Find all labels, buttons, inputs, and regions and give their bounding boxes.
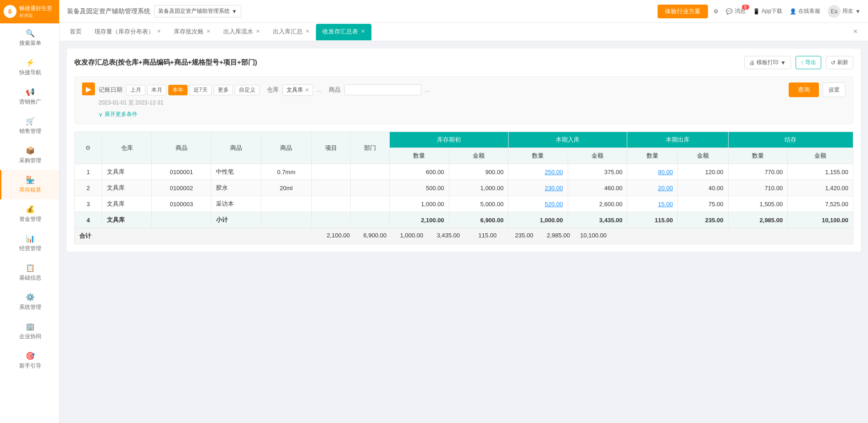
table-cell-warehouse: 文具库 [102, 180, 152, 196]
tab-close-icon[interactable]: ✕ [256, 28, 260, 34]
date-btn-custom[interactable]: 自定义 [235, 85, 260, 95]
refresh-button[interactable]: ↺ 刷新 [826, 56, 853, 69]
table-cell-code [152, 212, 211, 228]
table-footer: 合计 2,100.00 6,900.00 1,000.00 3,435.00 1… [74, 228, 853, 244]
table-cell-dept [350, 212, 389, 228]
date-btn-this-month[interactable]: 本月 [147, 85, 166, 95]
col-begin-amt: 金额 [449, 148, 509, 164]
refresh-icon: ↺ [831, 60, 835, 66]
system-select[interactable]: 装备及固定资产辅助管理系统 ▼ [154, 5, 241, 17]
sidebar-item-finance[interactable]: 💰 资金管理 [0, 199, 59, 229]
query-button[interactable]: 查询 [789, 82, 819, 97]
filter-row: 记账日期 上月 本月 本年 近7天 更多 自定义 [99, 82, 846, 97]
app-download-action[interactable]: 📱 App下载 [753, 7, 782, 15]
warehouse-more[interactable]: ... [317, 87, 321, 93]
expand-label: 展开更多条件 [105, 110, 138, 118]
col-code: 商品 [152, 132, 211, 164]
table-cell-begin-qty: 500.00 [389, 180, 449, 196]
sidebar-item-system[interactable]: ⚙️ 系统管理 [0, 287, 59, 317]
page-actions: 🖨 模板打印 ▼ ↑ 导出 ↺ 刷新 [744, 56, 853, 69]
system-icon: ⚙️ [26, 293, 35, 302]
table-cell-in-qty[interactable]: 230.00 [509, 180, 568, 196]
table-settings-header[interactable]: ⚙ [75, 132, 102, 164]
table-cell-out-qty[interactable]: 20.00 [627, 180, 678, 196]
trial-button[interactable]: 体验行业方案 [658, 5, 708, 18]
gear-settings[interactable]: ⚙ [713, 8, 719, 15]
date-btn-last-month[interactable]: 上月 [126, 85, 145, 95]
sidebar-item-enterprise[interactable]: 🏢 企业协同 [0, 317, 59, 346]
page-title-row: 收发存汇总表(按仓库+商品编码+商品+规格型号+项目+部门) 🖨 模板打印 ▼ … [74, 56, 853, 69]
table-cell-dept [350, 164, 389, 180]
sidebar-item-search[interactable]: 🔍 搜索菜单 [0, 23, 59, 53]
content-area: 收发存汇总表(按仓库+商品编码+商品+规格型号+项目+部门) 🖨 模板打印 ▼ … [60, 41, 868, 423]
export-icon: ↑ [801, 60, 803, 66]
table-cell-end-qty: 710.00 [728, 180, 788, 196]
tag-close-icon[interactable]: ✕ [305, 87, 309, 93]
online-service-action[interactable]: 👤 在线客服 [790, 7, 820, 15]
sidebar-item-quick-nav[interactable]: ⚡ 快捷导航 [0, 53, 59, 82]
export-button[interactable]: ↑ 导出 [796, 56, 821, 69]
tab-close-icon[interactable]: ✕ [206, 28, 210, 34]
tab-close-icon[interactable]: ✕ [157, 28, 161, 34]
warehouse-tag: 文具库 ✕ [282, 84, 313, 96]
tab-recv-send-summary[interactable]: 收发存汇总表 ✕ [316, 24, 371, 40]
sidebar-item-sales[interactable]: 🛒 销售管理 [0, 111, 59, 141]
table-cell-out-qty[interactable]: 15.00 [627, 196, 678, 212]
finance-icon: 💰 [26, 205, 35, 214]
user-action[interactable]: Ea 用友 ▼ [828, 5, 861, 18]
sidebar-item-marketing[interactable]: 📢 营销推广 [0, 82, 59, 111]
tab-inventory-dist[interactable]: 现存量（库存分布表） ✕ [88, 24, 167, 40]
date-btn-more[interactable]: 更多 [214, 85, 233, 95]
user-label: 用友 [842, 7, 853, 15]
tab-close-all[interactable]: ✕ [846, 24, 864, 39]
product-more[interactable]: ... [425, 87, 430, 93]
col-dept: 部门 [350, 132, 389, 164]
table-cell-no: 3 [75, 196, 102, 212]
table-cell-begin-qty: 600.00 [389, 164, 449, 180]
top-header: 装备及固定资产辅助管理系统 装备及固定资产辅助管理系统 ▼ 体验行业方案 ⚙ 💬… [60, 0, 868, 23]
date-btn-7days[interactable]: 近7天 [189, 85, 212, 95]
main-content: 装备及固定资产辅助管理系统 装备及固定资产辅助管理系统 ▼ 体验行业方案 ⚙ 💬… [60, 0, 868, 423]
product-input[interactable] [344, 84, 421, 95]
tab-close-icon[interactable]: ✕ [361, 28, 365, 34]
col-group-begin: 库存期初 [389, 132, 508, 148]
tab-close-icon[interactable]: ✕ [305, 28, 310, 34]
print-button[interactable]: 🖨 模板打印 ▼ [744, 56, 791, 69]
table-cell-begin-qty: 2,100.00 [389, 212, 449, 228]
sidebar-item-operations[interactable]: 📊 经营管理 [0, 229, 59, 258]
logo-sub: 标准版 [19, 12, 52, 19]
table-cell-in-amt: 375.00 [568, 164, 627, 180]
tab-home[interactable]: 首页 [63, 24, 88, 40]
sidebar-item-label: 系统管理 [19, 303, 41, 311]
settings-button[interactable]: 设置 [823, 82, 846, 97]
basic-info-icon: 📋 [26, 264, 35, 272]
col-group-end: 结存 [728, 132, 853, 148]
print-label: 模板打印 [757, 59, 779, 66]
table-cell-in-qty[interactable]: 250.00 [509, 164, 568, 180]
table-cell-in-qty[interactable]: 520.00 [509, 196, 568, 212]
export-label: 导出 [805, 59, 816, 66]
tab-inout-summary[interactable]: 出入库汇总 ✕ [266, 24, 316, 40]
print-icon: 🖨 [749, 60, 755, 66]
filter-toggle-button[interactable]: ▶ [82, 82, 95, 95]
product-filter-group: 商品 ... [329, 84, 430, 95]
sidebar-item-newbie[interactable]: 🎯 新手引导 [0, 346, 59, 375]
sidebar-item-inventory[interactable]: 🏪 库存核算 [0, 170, 59, 199]
date-btn-this-year[interactable]: 本年 [168, 85, 188, 95]
sidebar-item-purchase[interactable]: 📦 采购管理 [0, 141, 59, 170]
footer-values: 2,100.00 6,900.00 1,000.00 3,435.00 115.… [125, 232, 848, 240]
table-cell-out-qty[interactable]: 80.00 [627, 164, 678, 180]
expand-filter-button[interactable]: ∨ 展开更多条件 [99, 110, 846, 118]
logo-icon: 6 [4, 5, 17, 18]
marketing-icon: 📢 [26, 88, 35, 96]
sidebar-item-label: 资金管理 [19, 215, 41, 223]
sidebar-item-label: 新手引导 [19, 362, 41, 370]
sidebar-item-basic-info[interactable]: 📋 基础信息 [0, 258, 59, 287]
user-chevron-icon: ▼ [855, 8, 861, 15]
tab-inout-flow[interactable]: 出入库流水 ✕ [217, 24, 266, 40]
messages-action[interactable]: 💬 消息 6 [726, 7, 746, 15]
tab-batch-account[interactable]: 库存批次账 ✕ [167, 24, 217, 40]
sidebar-item-label: 采购管理 [19, 157, 41, 165]
col-begin-qty: 数量 [389, 148, 449, 164]
gear-icon: ⚙ [713, 8, 719, 15]
